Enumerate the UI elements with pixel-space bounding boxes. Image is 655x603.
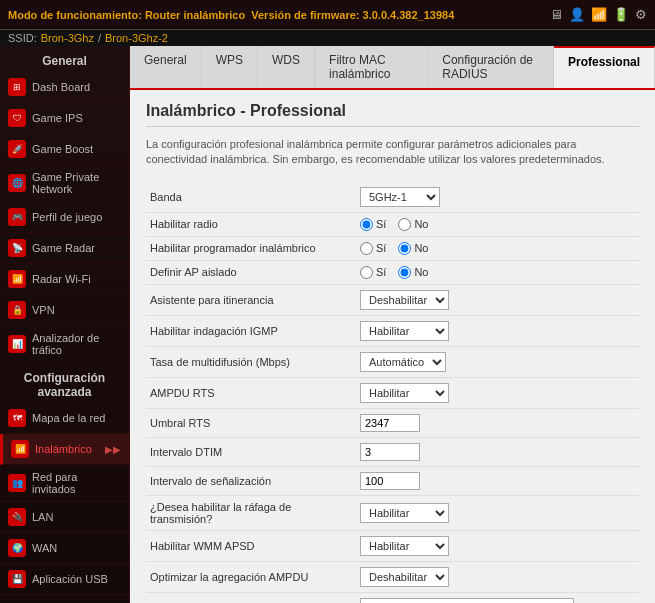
sidebar-item-perfil-juego[interactable]: 🎮 Perfil de juego xyxy=(0,202,129,233)
sidebar-label-inalambrico: Inalámbrico xyxy=(35,443,92,455)
radio-group: SíNo xyxy=(360,242,635,255)
ssid-2g-link[interactable]: Bron-3Ghz xyxy=(41,32,94,44)
field-label: Umbral RTS xyxy=(146,408,356,437)
sidebar-item-mapa-red[interactable]: 🗺 Mapa de la red xyxy=(0,403,129,434)
field-control: Automático125.511 xyxy=(356,346,639,377)
select-5[interactable]: HabilitarDeshabilitar xyxy=(360,321,449,341)
sidebar-item-radar-wifi[interactable]: 📶 Radar Wi-Fi xyxy=(0,264,129,295)
select-0[interactable]: 5GHz-15GHz-22.4GHz xyxy=(360,187,440,207)
radio-label[interactable]: Sí xyxy=(360,242,386,255)
sidebar-item-analizador[interactable]: 📊 Analizador de tráfico xyxy=(0,326,129,363)
sidebar: General ⊞ Dash Board 🛡 Game IPS 🚀 Game B… xyxy=(0,46,130,603)
form-row: AMPDU RTSHabilitarDeshabilitar xyxy=(146,377,639,408)
field-control xyxy=(356,466,639,495)
form-row: Habilitar programador inalámbricoSíNo xyxy=(146,236,639,260)
top-bar: Modo de funcionamiento: Router inalámbri… xyxy=(0,0,655,30)
sidebar-item-inalambrico[interactable]: 📶 Inalámbrico ▶▶ xyxy=(0,434,129,465)
sidebar-item-usb[interactable]: 💾 Aplicación USB xyxy=(0,564,129,595)
analizador-icon: 📊 xyxy=(8,335,26,353)
monitor-icon: 🖥 xyxy=(550,7,563,22)
select-12[interactable]: HabilitarDeshabilitar xyxy=(360,536,449,556)
user-icon: 👤 xyxy=(569,7,585,22)
field-label: Definir AP aislado xyxy=(146,260,356,284)
sidebar-item-dashboard[interactable]: ⊞ Dash Board xyxy=(0,72,129,103)
sidebar-label-game-ips: Game IPS xyxy=(32,112,83,124)
radio-2-0[interactable] xyxy=(360,242,373,255)
lan-icon: 🔌 xyxy=(8,508,26,526)
ssid-5g-link[interactable]: Bron-3Ghz-2 xyxy=(105,32,168,44)
page-title: Inalámbrico - Professional xyxy=(146,102,639,127)
field-label: Intervalo DTIM xyxy=(146,437,356,466)
field-label: Habilitar indagación IGMP xyxy=(146,315,356,346)
sidebar-item-game-radar[interactable]: 📡 Game Radar xyxy=(0,233,129,264)
text-input-9[interactable] xyxy=(360,443,420,461)
field-control: Up to MCS 11 (NitroQAM/1024-QAM)Up to MC… xyxy=(356,592,639,603)
field-control xyxy=(356,408,639,437)
content-area: Inalámbrico - Professional La configurac… xyxy=(130,90,655,603)
select-6[interactable]: Automático125.511 xyxy=(360,352,446,372)
radio-label[interactable]: No xyxy=(398,242,428,255)
text-input-10[interactable] xyxy=(360,472,420,490)
radio-1-0[interactable] xyxy=(360,218,373,231)
radio-group: SíNo xyxy=(360,266,635,279)
sidebar-label-lan: LAN xyxy=(32,511,53,523)
field-label: Habilitar programador inalámbrico xyxy=(146,236,356,260)
settings-form: Banda5GHz-15GHz-22.4GHzHabilitar radioSí… xyxy=(146,182,639,603)
field-label: Habilitar radio xyxy=(146,212,356,236)
radio-label[interactable]: Sí xyxy=(360,218,386,231)
form-row: Intervalo DTIM xyxy=(146,437,639,466)
field-control xyxy=(356,437,639,466)
radio-3-1[interactable] xyxy=(398,266,411,279)
top-bar-icons: 🖥 👤 📶 🔋 ⚙ xyxy=(550,7,647,22)
radio-2-1[interactable] xyxy=(398,242,411,255)
tab-wds[interactable]: WDS xyxy=(258,46,315,88)
radio-3-0[interactable] xyxy=(360,266,373,279)
sidebar-label-game-boost: Game Boost xyxy=(32,143,93,155)
select-7[interactable]: HabilitarDeshabilitar xyxy=(360,383,449,403)
sidebar-item-wan[interactable]: 🌍 WAN xyxy=(0,533,129,564)
text-input-8[interactable] xyxy=(360,414,420,432)
select-4[interactable]: DeshabilitarHabilitar xyxy=(360,290,449,310)
form-row: Habilitar indagación IGMPHabilitarDeshab… xyxy=(146,315,639,346)
sidebar-item-game-boost[interactable]: 🚀 Game Boost xyxy=(0,134,129,165)
radio-label[interactable]: No xyxy=(398,266,428,279)
page-description: La configuración profesional inalámbrica… xyxy=(146,137,639,168)
select-14[interactable]: Up to MCS 11 (NitroQAM/1024-QAM)Up to MC… xyxy=(360,598,574,603)
sidebar-label-radar-wifi: Radar Wi-Fi xyxy=(32,273,91,285)
form-row: Modulation SchemeUp to MCS 11 (NitroQAM/… xyxy=(146,592,639,603)
game-ips-icon: 🛡 xyxy=(8,109,26,127)
radio-label[interactable]: No xyxy=(398,218,428,231)
form-row: ¿Desea habilitar la ráfaga de transmisió… xyxy=(146,495,639,530)
tab-professional[interactable]: Professional xyxy=(554,46,655,88)
settings-icon[interactable]: ⚙ xyxy=(635,7,647,22)
field-label: Banda xyxy=(146,182,356,213)
mapa-red-icon: 🗺 xyxy=(8,409,26,427)
radio-label[interactable]: Sí xyxy=(360,266,386,279)
tab-filtro-mac[interactable]: Filtro MAC inalámbrico xyxy=(315,46,428,88)
chevron-right-icon: ▶▶ xyxy=(105,444,121,455)
radar-wifi-icon: 📶 xyxy=(8,270,26,288)
select-11[interactable]: HabilitarDeshabilitar xyxy=(360,503,449,523)
dashboard-icon: ⊞ xyxy=(8,78,26,96)
form-row: Optimizar la agregación AMPDUDeshabilita… xyxy=(146,561,639,592)
tab-general[interactable]: General xyxy=(130,46,202,88)
tab-wps[interactable]: WPS xyxy=(202,46,258,88)
sidebar-item-lan[interactable]: 🔌 LAN xyxy=(0,502,129,533)
sidebar-item-game-private-network[interactable]: 🌐 Game Private Network xyxy=(0,165,129,202)
radio-1-1[interactable] xyxy=(398,218,411,231)
field-control: SíNo xyxy=(356,236,639,260)
sidebar-item-game-ips[interactable]: 🛡 Game IPS xyxy=(0,103,129,134)
sidebar-label-dashboard: Dash Board xyxy=(32,81,90,93)
sidebar-label-usb: Aplicación USB xyxy=(32,573,108,585)
field-control: DeshabilitarHabilitar xyxy=(356,284,639,315)
sidebar-item-vpn[interactable]: 🔒 VPN xyxy=(0,295,129,326)
ssid-label: SSID: xyxy=(8,32,37,44)
sidebar-item-red-invitados[interactable]: 👥 Red para invitados xyxy=(0,465,129,502)
form-row: Habilitar radioSíNo xyxy=(146,212,639,236)
select-13[interactable]: DeshabilitarHabilitar xyxy=(360,567,449,587)
field-control: DeshabilitarHabilitar xyxy=(356,561,639,592)
sidebar-label-game-private: Game Private Network xyxy=(32,171,121,195)
field-label: Asistente para itinerancia xyxy=(146,284,356,315)
tab-radius[interactable]: Configuración de RADIUS xyxy=(428,46,554,88)
field-control: HabilitarDeshabilitar xyxy=(356,315,639,346)
